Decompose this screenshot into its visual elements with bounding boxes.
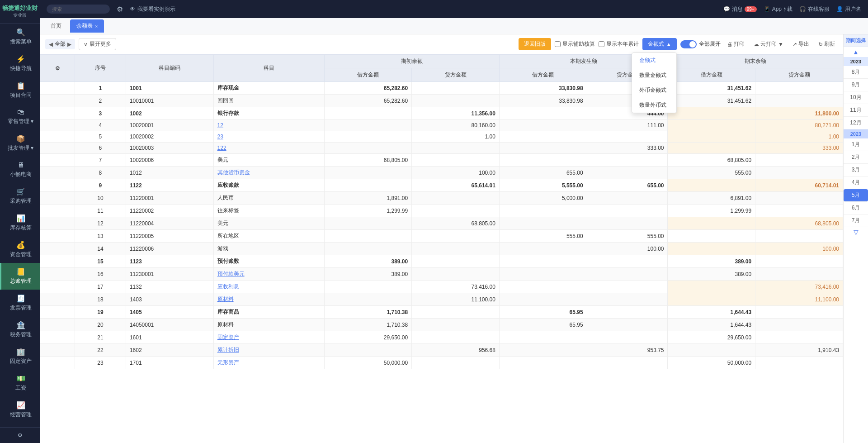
sidebar-item-经营管理[interactable]: 📈经营管理 — [0, 396, 40, 423]
row-subject[interactable]: 122 — [213, 143, 324, 154]
online-service-btn[interactable]: 🎧 在线客服 — [799, 5, 830, 13]
rs-month-4[interactable]: 4月 — [844, 176, 868, 189]
row-amount-5 — [412, 205, 500, 217]
rs-nav-down[interactable]: ▽ — [844, 227, 868, 237]
rs-month-10[interactable]: 10月 — [844, 91, 868, 104]
sidebar-item-固定资产[interactable]: 🏢固定资产 — [0, 343, 40, 370]
export-btn[interactable]: ↗ 导出 — [790, 38, 812, 50]
refresh-btn[interactable]: ↻ 刷新 — [816, 38, 838, 50]
check-auxiliary[interactable]: 显示辅助核算 — [555, 40, 595, 48]
sidebar-item-快捷导航[interactable]: ⚡快捷导航 — [0, 50, 40, 77]
app-download-btn[interactable]: 📱 App下载 — [764, 5, 793, 13]
jine-option-2[interactable]: 外币金额式 — [632, 83, 676, 98]
row-amount-4 — [324, 230, 412, 243]
row-subject[interactable]: 累计折旧 — [213, 344, 324, 357]
table-row: 171132应收利息73,416.0073,416.00 — [40, 281, 843, 293]
table-row: 151123预付账数389.00389.00 — [40, 255, 843, 268]
settings-icon-btn[interactable]: ⚙ — [114, 4, 125, 14]
jine-option-1[interactable]: 数量金额式 — [632, 68, 676, 83]
row-subject[interactable]: 其他货币资金 — [213, 167, 324, 179]
row-amount-8 — [668, 143, 755, 154]
row-subject: 原材料 — [213, 319, 324, 331]
rs-month-2[interactable]: 2月 — [844, 151, 868, 164]
export-icon: ↗ — [793, 41, 797, 48]
row-amount-6 — [499, 268, 587, 281]
row-amount-7 — [587, 293, 668, 306]
cloud-print-btn[interactable]: ☁ 云打印 ▼ — [751, 38, 786, 50]
expand-btn[interactable]: ∨ 展开更多 — [79, 38, 116, 50]
row-subject[interactable]: 23 — [213, 131, 324, 143]
nav-forward-icon[interactable]: ▶ — [67, 41, 71, 48]
topbar-search-input[interactable] — [47, 5, 110, 14]
rs-month-9[interactable]: 9月 — [844, 79, 868, 91]
sidebar-settings[interactable]: ⚙ — [0, 427, 40, 443]
rs-month-3[interactable]: 3月 — [844, 164, 868, 176]
demo-link[interactable]: 👁 我要看实例演示 — [130, 5, 175, 13]
row-num: 21 — [75, 331, 126, 344]
messages-btn[interactable]: 💬 消息 99+ — [723, 5, 757, 13]
nav-label-8: 总账管理 — [10, 277, 32, 285]
sidebar-item-库存核算[interactable]: 📊库存核算 — [0, 210, 40, 236]
toggle-expand[interactable]: 全部展开 — [680, 40, 721, 48]
row-code: 11230001 — [126, 268, 213, 281]
row-subject[interactable]: 固定资产 — [213, 331, 324, 344]
row-amount-6 — [499, 243, 587, 255]
row-settings — [40, 217, 75, 230]
tab-close-余额表[interactable]: × — [95, 24, 98, 29]
nav-label-9: 发票管理 — [10, 304, 32, 312]
row-amount-9 — [755, 331, 843, 344]
table-row: 710020006美元68,805.0068,805.00 — [40, 154, 843, 167]
toggle-switch-control[interactable] — [680, 40, 697, 48]
row-amount-4 — [324, 131, 412, 143]
nav-back-icon[interactable]: ◀ — [49, 41, 53, 48]
sidebar-item-发票管理[interactable]: 🧾发票管理 — [0, 290, 40, 316]
row-subject[interactable]: 应收利息 — [213, 281, 324, 293]
sidebar-item-批发管理[interactable]: 📦批发管理 ▾ — [0, 130, 40, 157]
row-subject[interactable]: 无形资产 — [213, 357, 324, 369]
row-subject[interactable]: 原材料 — [213, 293, 324, 306]
rs-nav-up[interactable]: ▲ — [844, 47, 868, 57]
sidebar-item-零售管理[interactable]: 🛍零售管理 ▾ — [0, 104, 40, 130]
rs-month-6[interactable]: 6月 — [844, 202, 868, 214]
jine-option-0[interactable]: 金额式 — [632, 53, 676, 68]
tab-余额表[interactable]: 余额表× — [70, 19, 104, 33]
row-num: 22 — [75, 344, 126, 357]
sidebar-search[interactable]: 🔍 搜索菜单 — [0, 24, 40, 50]
row-amount-6 — [499, 154, 587, 167]
row-subject: 预付账数 — [213, 255, 324, 268]
sidebar-item-总账管理[interactable]: 📒总账管理 — [0, 263, 40, 290]
sidebar-item-采购管理[interactable]: 🛒采购管理 — [0, 183, 40, 210]
check-ytd-input[interactable] — [599, 41, 604, 47]
row-subject: 库存现金 — [213, 82, 324, 95]
row-subject[interactable]: 12 — [213, 120, 324, 131]
row-num: 6 — [75, 143, 126, 154]
print-btn[interactable]: 🖨 打印 — [724, 38, 747, 50]
return-old-btn[interactable]: 退回旧版 — [519, 38, 551, 50]
row-subject[interactable]: 预付款美元 — [213, 268, 324, 281]
table-row: 610020003122333.00333.00 — [40, 143, 843, 154]
sidebar-item-资金管理[interactable]: 💰资金管理 — [0, 236, 40, 263]
row-num: 8 — [75, 167, 126, 179]
sidebar-item-项目合同[interactable]: 📋项目合同 — [0, 77, 40, 104]
sidebar-item-工资[interactable]: 💵工资 — [0, 370, 40, 396]
rs-month-1[interactable]: 1月 — [844, 138, 868, 151]
user-avatar[interactable]: 👤 用户名 — [836, 5, 861, 13]
table-settings-icon[interactable]: ⚙ — [40, 55, 75, 82]
rs-month-11[interactable]: 11月 — [844, 104, 868, 117]
sidebar-item-税务管理[interactable]: 🏦税务管理 — [0, 316, 40, 343]
rs-month-7[interactable]: 7月 — [844, 214, 868, 227]
jine-btn[interactable]: 金额式 ▲ — [642, 38, 677, 50]
row-settings — [40, 230, 75, 243]
rs-header[interactable]: 期间选择 — [844, 34, 868, 47]
nav-icon-9: 🧾 — [16, 294, 25, 303]
rs-month-5[interactable]: 5月 — [844, 189, 868, 202]
sidebar-item-小畅电商[interactable]: 🖥小畅电商 — [0, 157, 40, 183]
rs-month-12[interactable]: 12月 — [844, 117, 868, 129]
row-settings — [40, 243, 75, 255]
rs-month-8[interactable]: 8月 — [844, 66, 868, 79]
check-ytd[interactable]: 显示本年累计 — [599, 40, 639, 48]
jine-option-3[interactable]: 数量外币式 — [632, 98, 676, 113]
sidebar-item-小畅报销[interactable]: 💳小畅报销 — [0, 423, 40, 427]
check-auxiliary-input[interactable] — [555, 41, 561, 47]
tab-首页[interactable]: 首页 — [44, 19, 68, 33]
